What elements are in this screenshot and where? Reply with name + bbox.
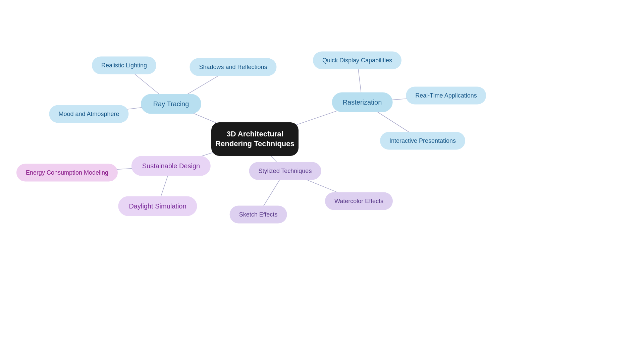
watercolor-effects-node: Watercolor Effects xyxy=(325,192,393,210)
energy-consumption-node: Energy Consumption Modeling xyxy=(16,164,118,182)
center-node: 3D Architectural Rendering Techniques xyxy=(211,122,299,156)
real-time-apps-node: Real-Time Applications xyxy=(406,87,486,105)
stylized-techniques-node: Stylized Techniques xyxy=(249,162,321,180)
sustainable-design-node: Sustainable Design xyxy=(131,156,211,176)
mood-atmosphere-node: Mood and Atmosphere xyxy=(49,105,128,123)
ray-tracing-node: Ray Tracing xyxy=(141,94,201,114)
realistic-lighting-node: Realistic Lighting xyxy=(92,57,156,74)
mindmap-canvas: 3D Architectural Rendering TechniquesRay… xyxy=(0,0,644,363)
sketch-effects-node: Sketch Effects xyxy=(230,206,287,224)
daylight-simulation-node: Daylight Simulation xyxy=(118,196,197,216)
rasterization-node: Rasterization xyxy=(332,93,393,112)
quick-display-node: Quick Display Capabilities xyxy=(313,52,401,69)
interactive-presentations-node: Interactive Presentations xyxy=(380,132,465,150)
shadows-reflections-node: Shadows and Reflections xyxy=(190,58,276,76)
